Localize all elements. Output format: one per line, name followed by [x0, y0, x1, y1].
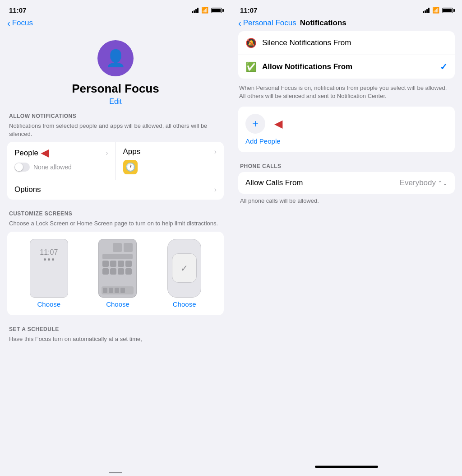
silence-icon: 🔕 — [245, 37, 257, 48]
back-button-right[interactable]: ‹ Personal Focus — [238, 19, 296, 28]
bottom-indicator-area — [231, 466, 462, 476]
home-screen-item: Choose — [98, 239, 137, 308]
time-right: 11:07 — [240, 6, 257, 14]
allow-calls-label: Allow Calls From — [245, 178, 303, 187]
phone-calls-section: PHONE CALLS Allow Calls From Everybody ⌃… — [238, 163, 455, 204]
watch-screen-item: ✓ Choose — [167, 239, 201, 308]
people-cell-header: People ◀ › — [14, 147, 108, 159]
options-row[interactable]: Options › — [7, 180, 224, 200]
silence-row[interactable]: 🔕 Silence Notifications From — [238, 31, 455, 55]
lock-screen-item: 11:07 Choose — [30, 239, 68, 308]
add-people-card: + ◀ Add People — [238, 107, 455, 152]
app-b5 — [102, 268, 109, 275]
focus-title: Personal Focus — [72, 82, 159, 96]
app-b1 — [102, 261, 109, 267]
people-chevron-icon: › — [106, 149, 108, 157]
app-b8 — [125, 268, 132, 275]
people-apps-row: People ◀ › None allowed Apps — [7, 142, 224, 180]
notif-options-card: 🔕 Silence Notifications From ✅ Allow Not… — [238, 31, 455, 79]
avatar: 👤 — [97, 40, 134, 76]
home-indicator-right — [315, 466, 378, 468]
calls-card: Allow Calls From Everybody ⌃⌄ — [238, 172, 455, 194]
options-chevron-icon: › — [214, 186, 217, 194]
add-people-label[interactable]: Add People — [245, 137, 281, 145]
people-label-with-arrow: People ◀ — [14, 147, 49, 159]
add-people-button[interactable]: + — [245, 114, 265, 134]
add-btn-row: + ◀ — [245, 114, 282, 134]
watch-checkmark-icon: ✓ — [180, 263, 188, 274]
dock-b4 — [120, 288, 125, 293]
people-label: People — [14, 149, 38, 158]
clock-app-icon: 🕐 — [123, 160, 138, 174]
status-icons-right: 📶 — [423, 7, 453, 14]
allow-notifications-desc: Notifications from selected people and a… — [7, 122, 224, 138]
status-icons-left: 📶 — [192, 7, 222, 14]
dock-preview — [102, 286, 134, 294]
apps-cell-header: Apps › — [123, 147, 217, 156]
calls-desc: All phone calls will be allowed. — [238, 197, 455, 204]
nav-bar-right: ‹ Personal Focus Notifications — [231, 17, 462, 31]
red-arrow-left-people: ◀ — [41, 147, 49, 159]
schedule-desc: Have this Focus turn on automatically at… — [7, 335, 224, 343]
signal-icon-right — [423, 8, 430, 13]
watch-face: ✓ — [172, 253, 197, 283]
calls-value[interactable]: Everybody ⌃⌄ — [400, 178, 448, 187]
customize-desc: Choose a Lock Screen or Home Screen page… — [7, 219, 224, 228]
app-b7 — [118, 268, 124, 275]
schedule-section: SET A SCHEDULE Have this Focus turn on a… — [0, 326, 231, 347]
dock-b2 — [109, 288, 113, 293]
lock-screen-preview: 11:07 — [30, 239, 68, 298]
red-arrow-annotation: ◀ — [274, 117, 282, 130]
edit-link[interactable]: Edit — [109, 98, 122, 106]
person-icon: 👤 — [106, 49, 126, 68]
wifi-icon: 📶 — [201, 7, 208, 14]
checkmark-blue-icon: ✓ — [440, 61, 448, 72]
watch-preview: ✓ — [167, 239, 201, 298]
choose-home-screen-button[interactable]: Choose — [106, 300, 129, 308]
allow-notifications-section: ALLOW NOTIFICATIONS Notifications from s… — [0, 113, 231, 200]
home-screen-preview — [98, 239, 137, 298]
options-label: Options — [14, 185, 214, 194]
wide-block — [102, 254, 133, 259]
schedule-header: SET A SCHEDULE — [7, 326, 224, 332]
time-left: 11:07 — [9, 6, 26, 14]
signal-icon — [192, 8, 199, 13]
allow-row[interactable]: ✅ Allow Notifications From ✓ — [238, 55, 455, 79]
app-b2 — [110, 261, 116, 267]
nav-bar-left: ‹ Focus — [0, 17, 231, 31]
app-grid-rows — [102, 261, 133, 275]
dock-b1 — [103, 288, 107, 293]
allow-notifications-card: People ◀ › None allowed Apps — [7, 142, 224, 200]
wifi-icon-right: 📶 — [432, 7, 439, 14]
people-cell[interactable]: People ◀ › None allowed — [7, 142, 116, 180]
choose-watch-button[interactable]: Choose — [173, 300, 196, 308]
app-b4 — [125, 261, 132, 267]
apps-label: Apps — [123, 147, 141, 156]
top-app-block-2 — [124, 243, 133, 252]
notifications-content: 🔕 Silence Notifications From ✅ Allow Not… — [231, 31, 462, 466]
people-content: None allowed — [14, 163, 108, 172]
customize-header: CUSTOMIZE SCREENS — [7, 210, 224, 217]
apps-cell[interactable]: Apps › 🕐 — [116, 142, 224, 180]
people-toggle[interactable] — [14, 163, 30, 172]
left-panel: 11:07 📶 ‹ Focus 👤 Personal Focus Edit — [0, 0, 231, 476]
app-grid-top — [102, 243, 133, 252]
chevron-left-icon-right: ‹ — [238, 19, 241, 28]
allow-calls-row[interactable]: Allow Calls From Everybody ⌃⌄ — [238, 172, 455, 194]
allow-icon: ✅ — [245, 61, 257, 72]
allow-label: Allow Notifications From — [262, 62, 434, 71]
back-label-left: Focus — [12, 19, 33, 28]
allow-notifications-header: ALLOW NOTIFICATIONS — [7, 113, 224, 119]
status-bar-right: 11:07 📶 — [231, 0, 462, 17]
none-allowed-label: None allowed — [33, 163, 72, 171]
back-button-left[interactable]: ‹ Focus — [7, 19, 33, 28]
app-b3 — [118, 261, 124, 267]
plus-icon: + — [252, 118, 259, 129]
apps-chevron-icon: › — [214, 148, 217, 156]
chevron-left-icon: ‹ — [7, 19, 10, 28]
battery-icon-right — [442, 8, 453, 13]
customize-screens-section: CUSTOMIZE SCREENS Choose a Lock Screen o… — [0, 210, 231, 315]
choose-lock-screen-button[interactable]: Choose — [37, 300, 60, 308]
screens-card: 11:07 Choose — [7, 232, 224, 315]
app-row-1 — [102, 261, 133, 267]
